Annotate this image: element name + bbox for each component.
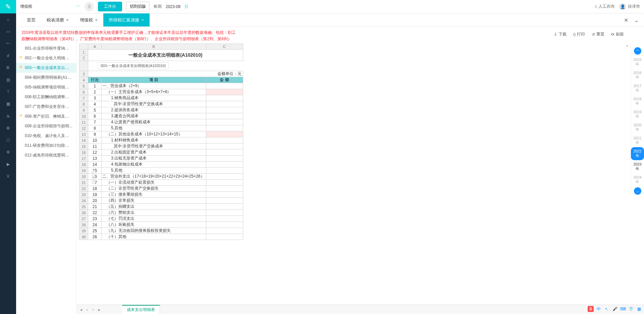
close-tab-icon[interactable]: ✕ bbox=[622, 16, 630, 24]
tab-3[interactable]: 所得税汇算清缴✕ bbox=[103, 13, 150, 26]
form-list-item[interactable]: 006-职工薪酬纳税调整明细... bbox=[16, 92, 76, 102]
cell-item[interactable]: 一、营业成本（2+9） bbox=[102, 83, 206, 89]
collapse-handle[interactable]: « bbox=[92, 171, 95, 184]
cell-amount[interactable] bbox=[206, 162, 243, 168]
year-up-icon[interactable]: ⌃ bbox=[634, 47, 641, 55]
ime-mic-icon[interactable]: 🎤 bbox=[612, 306, 618, 312]
form-list-item[interactable]: ⊘003-一般企业成本支出明细... bbox=[16, 63, 76, 73]
tab-2[interactable]: 增值税✕ bbox=[74, 13, 103, 26]
cell-amount[interactable] bbox=[206, 125, 243, 131]
ime-skin-icon[interactable]: 👕 bbox=[628, 306, 634, 312]
module-dropdown[interactable]: 增值税 ﹀ bbox=[20, 4, 80, 9]
col-header[interactable]: A bbox=[88, 44, 102, 50]
year-item[interactable]: 2019年 bbox=[631, 108, 644, 121]
tab-0[interactable]: 首页 bbox=[21, 13, 41, 26]
form-list-item[interactable]: 001-企业所得税年度纳税申... bbox=[16, 44, 76, 53]
cell-item[interactable]: 1.销售商品成本 bbox=[102, 95, 206, 101]
switch-old-button[interactable]: 切到旧版 bbox=[126, 2, 150, 11]
year-item[interactable]: 2015年 bbox=[631, 56, 644, 69]
cell-item[interactable]: 1.材料销售成本 bbox=[102, 137, 206, 143]
cell-amount[interactable] bbox=[206, 204, 243, 210]
user-menu[interactable]: 👤 徐泽华 bbox=[619, 3, 640, 10]
year-item[interactable]: 2024年 bbox=[631, 173, 644, 186]
download-button[interactable]: ⇩ 下载 bbox=[554, 32, 567, 37]
col-header[interactable]: B bbox=[102, 44, 206, 50]
print-button[interactable]: ⎙ 打印 bbox=[573, 32, 585, 37]
cell-amount[interactable] bbox=[206, 137, 243, 143]
cell-item[interactable]: 3.建造合同成本 bbox=[102, 113, 206, 119]
cell-item[interactable]: 其中:非货币性资产交换成本 bbox=[102, 101, 206, 107]
cell-amount[interactable] bbox=[206, 155, 243, 162]
workbench-button[interactable]: 工作台 bbox=[98, 2, 122, 11]
list-icon-button[interactable]: ☰ bbox=[85, 2, 94, 11]
cell-amount[interactable] bbox=[206, 113, 243, 119]
year-item[interactable]: 2016年 bbox=[631, 69, 644, 82]
cell-amount[interactable] bbox=[206, 228, 243, 234]
cell-item[interactable]: （八）坏账损失 bbox=[102, 222, 206, 228]
cell-rownum[interactable]: 9 bbox=[88, 131, 102, 137]
cell-item[interactable]: 二、营业外支出（17+18+19+20+21+22+23+24+25+26） bbox=[102, 174, 206, 180]
cell-rownum[interactable]: 11 bbox=[88, 143, 102, 149]
nav-chart-icon[interactable]: ⬳ bbox=[0, 38, 16, 50]
sheet-nav-first[interactable]: ◂ bbox=[78, 307, 84, 312]
nav-v-icon[interactable]: V bbox=[0, 170, 16, 182]
cell-rownum[interactable]: 19 bbox=[88, 192, 102, 198]
year-item[interactable]: 2022年 bbox=[631, 147, 644, 160]
cell-rownum[interactable]: 20 bbox=[88, 198, 102, 204]
year-down-icon[interactable]: ⌄ bbox=[634, 187, 641, 195]
sheet-tab[interactable]: 成本支出明细表 bbox=[122, 305, 160, 314]
nav-inbox-icon[interactable]: ☖ bbox=[0, 134, 16, 146]
tab-close-icon[interactable]: ✕ bbox=[95, 18, 98, 22]
cell-rownum[interactable]: 25 bbox=[88, 228, 102, 234]
cell-amount[interactable] bbox=[206, 216, 243, 222]
form-list-item[interactable]: 010-免税、减计收入及加计... bbox=[16, 131, 76, 141]
cell-rownum[interactable]: 5 bbox=[88, 107, 102, 113]
cell-amount[interactable] bbox=[206, 222, 243, 228]
nav-grid-icon[interactable]: ▦ bbox=[0, 98, 16, 110]
form-list-item[interactable]: ⊘008-资产折旧、摊销及纳税... bbox=[16, 112, 76, 121]
nav-doc-icon[interactable]: 🗎 bbox=[0, 62, 16, 74]
cell-item[interactable]: （六）赞助支出 bbox=[102, 210, 206, 216]
cell-item[interactable]: （一）非流动资产处置损失 bbox=[102, 180, 206, 186]
cell-amount[interactable] bbox=[206, 95, 243, 101]
year-item[interactable]: 2020年 bbox=[631, 121, 644, 134]
cell-item[interactable]: （三）债务重组损失 bbox=[102, 192, 206, 198]
tab-close-icon[interactable]: ✕ bbox=[141, 18, 144, 22]
cell-amount[interactable] bbox=[206, 180, 243, 186]
nav-tag-icon[interactable]: ⊤ bbox=[0, 86, 16, 98]
cell-item[interactable]: 4.包装物出租成本 bbox=[102, 162, 206, 168]
cell-item[interactable]: 2.出租固定资产成本 bbox=[102, 149, 206, 155]
refresh-button[interactable]: ⟳ 刷新 bbox=[611, 32, 624, 37]
cell-amount[interactable] bbox=[206, 143, 243, 149]
nav-play-icon[interactable]: ▶ bbox=[0, 158, 16, 170]
cell-amount[interactable] bbox=[206, 210, 243, 216]
nav-settings-icon[interactable]: ⚙ bbox=[0, 146, 16, 158]
cell-amount[interactable] bbox=[206, 174, 243, 180]
cell-rownum[interactable]: 12 bbox=[88, 149, 102, 155]
tab-menu-icon[interactable]: ⌄ bbox=[632, 16, 641, 24]
period-value[interactable]: 2023-09 bbox=[166, 4, 180, 9]
cell-item[interactable]: （四）非常损失 bbox=[102, 198, 206, 204]
cell-amount[interactable] bbox=[206, 186, 243, 192]
cell-item[interactable]: （十）其他 bbox=[102, 234, 206, 240]
corner-cell[interactable] bbox=[79, 44, 88, 50]
cell-amount[interactable] bbox=[206, 83, 243, 89]
cell-item[interactable]: （九）无法收回的债券股权投资损失 bbox=[102, 228, 206, 234]
year-item[interactable]: 2018年 bbox=[631, 95, 644, 108]
tab-1[interactable]: 税表清册✕ bbox=[41, 13, 74, 26]
cell-amount[interactable] bbox=[206, 119, 243, 125]
ime-keyboard-icon[interactable]: ⌨ bbox=[620, 306, 626, 312]
cell-rownum[interactable]: 22 bbox=[88, 210, 102, 216]
cell-rownum[interactable]: 2 bbox=[88, 89, 102, 95]
form-list-item[interactable]: 012-减免所得税优惠明细表(... bbox=[16, 150, 76, 160]
cell-item[interactable]: 其中:非货币性资产交换成本 bbox=[102, 143, 206, 149]
cell-item[interactable]: （一）主营业务成本（3+5+6+7+8） bbox=[102, 89, 206, 95]
cell-amount[interactable] bbox=[206, 234, 243, 240]
cell-item[interactable]: 5.其他 bbox=[102, 125, 206, 131]
year-item[interactable]: 2017年 bbox=[631, 82, 644, 95]
cell-rownum[interactable]: 18 bbox=[88, 186, 102, 192]
reset-button[interactable]: ↺ 重置 bbox=[592, 32, 604, 37]
nav-box-icon[interactable]: ⊞ bbox=[0, 122, 16, 134]
spreadsheet[interactable]: A B C 1一般企业成本支出明细表(A102010) 2 003-一般企业成本… bbox=[79, 44, 243, 240]
cell-item[interactable]: 4.让渡资产使用权成本 bbox=[102, 119, 206, 125]
